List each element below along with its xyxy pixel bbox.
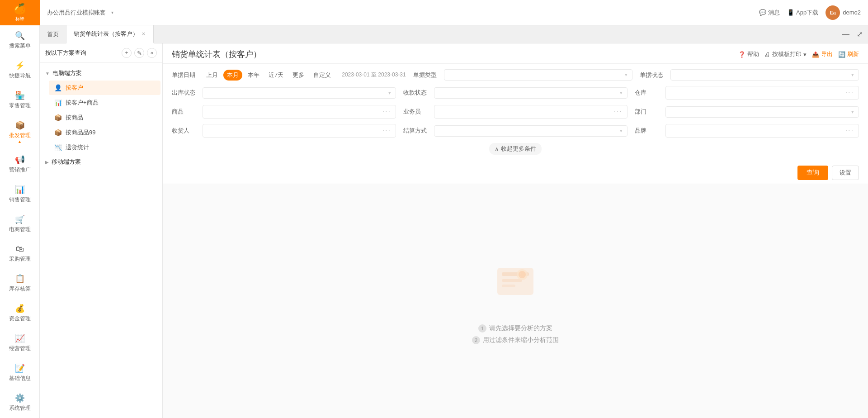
brand-field[interactable]: ··· [665, 124, 859, 138]
doc-type-field[interactable]: ▾ [444, 69, 632, 81]
doc-status-label: 单据状态 [640, 71, 667, 79]
date-btn-this-year[interactable]: 本年 [244, 70, 263, 81]
product-99-icon: 📦 [54, 129, 62, 136]
tree-group-mobile-header[interactable]: ▶ 移动端方案 [40, 155, 162, 169]
doc-type-dropdown-icon: ▾ [625, 72, 627, 78]
scheme-panel: 按以下方案查询 + ✎ « ▼ 电脑端方案 👤 按客户 [40, 43, 163, 418]
sidebar-item-marketing[interactable]: 📢 营销推广 [0, 149, 39, 179]
refresh-btn[interactable]: 🔄 刷新 [838, 50, 859, 58]
tip-2-text: 用过滤条件来缩小分析范围 [483, 336, 559, 344]
tree-group-desktop: ▼ 电脑端方案 👤 按客户 📊 按客户+商品 📦 [40, 66, 162, 155]
download-icon: 📱 [787, 9, 794, 16]
tab-close-icon[interactable]: × [141, 30, 146, 38]
right-panel: 销货单统计表（按客户） ❓ 帮助 🖨 按模板打印 ▾ 📤 导出 [163, 43, 868, 418]
tab-active[interactable]: 销货单统计表（按客户） × [66, 25, 154, 43]
user-profile[interactable]: Ea demo2 [826, 5, 861, 20]
app-download-btn[interactable]: 📱 App下载 [787, 9, 818, 17]
customer-product-icon: 📊 [54, 99, 62, 106]
export-btn[interactable]: 📤 导出 [812, 50, 833, 58]
collapse-btn[interactable]: ∧ 收起更多条件 [489, 143, 542, 155]
export-icon: 📤 [812, 51, 819, 58]
sidebar-item-inventory[interactable]: 📋 库存核算 [0, 268, 39, 298]
ecommerce-icon: 🛒 [15, 214, 25, 224]
date-btn-this-month[interactable]: 本月 [223, 70, 242, 81]
date-filter-group: 单据日期 上月 本月 本年 近7天 更多 自定义 2023-03-01 至 20… [172, 70, 406, 81]
app-title-dropdown-icon[interactable]: ▾ [111, 10, 113, 15]
minimize-tab-icon[interactable]: — [840, 28, 851, 40]
logo-icon: 🍊 [14, 3, 26, 15]
ship-status-field[interactable]: ▾ [203, 87, 396, 99]
scheme-item-by-customer[interactable]: 👤 按客户 [49, 81, 160, 95]
sidebar-item-purchase[interactable]: 🛍 采购管理 [0, 239, 39, 268]
query-btn[interactable]: 查询 [797, 166, 828, 180]
finance-icon: 💰 [15, 304, 25, 314]
empty-state: ! 1 请先选择要分析的方案 2 用过滤条件来缩小分析范围 [163, 184, 868, 418]
date-btn-7days[interactable]: 近7天 [265, 70, 287, 81]
mobile-group-label: 移动端方案 [52, 158, 81, 166]
settlement-dropdown-icon: ▾ [620, 128, 623, 134]
doc-status-field[interactable]: ▾ [670, 69, 859, 81]
tree-group-desktop-header[interactable]: ▼ 电脑端方案 [40, 66, 162, 80]
tree-group-mobile: ▶ 移动端方案 [40, 155, 162, 169]
refresh-icon: 🔄 [838, 51, 845, 58]
basic-icon: 📝 [15, 363, 25, 373]
date-filter: 上月 本月 本年 近7天 更多 自定义 [203, 70, 335, 81]
warehouse-label: 仓库 [635, 89, 662, 97]
scheme-add-btn[interactable]: + [122, 48, 132, 58]
date-btn-more[interactable]: 更多 [289, 70, 308, 81]
pay-status-field[interactable]: ▾ [434, 87, 627, 99]
scheme-item-by-customer-product[interactable]: 📊 按客户+商品 [49, 95, 160, 110]
page-title-bar: 销货单统计表（按客户） ❓ 帮助 🖨 按模板打印 ▾ 📤 导出 [163, 43, 868, 64]
settlement-field[interactable]: ▾ [434, 125, 627, 137]
print-dropdown-icon: ▾ [803, 51, 807, 58]
ship-dropdown-icon: ▾ [388, 90, 391, 96]
scheme-edit-btn[interactable]: ✎ [134, 48, 144, 58]
product-filter: 商品 ··· [172, 105, 396, 119]
tab-home[interactable]: 首页 [40, 25, 66, 43]
sidebar-item-quick-nav[interactable]: ⚡ 快捷导航 [0, 55, 39, 85]
sidebar-item-finance[interactable]: 💰 资金管理 [0, 298, 39, 328]
sidebar-menu: 🔍 搜索菜单 ⚡ 快捷导航 🏪 零售管理 📦 批发管理 ▲ 📢 营销推广 📊 销… [0, 25, 39, 418]
doc-status-filter: 单据状态 ▾ [640, 69, 859, 81]
top-bar: 办公用品行业模拟账套 ▾ 💬 消息 📱 App下载 Ea demo2 [40, 0, 868, 25]
ship-status-filter: 出库状态 ▾ [172, 86, 396, 100]
help-btn[interactable]: ❓ 帮助 [738, 50, 759, 58]
pay-status-label: 收款状态 [403, 89, 430, 97]
warehouse-dots: ··· [845, 89, 854, 97]
setting-btn[interactable]: 设置 [832, 166, 859, 180]
scheme-item-by-product-99[interactable]: 📦 按商品品99 [49, 125, 160, 140]
print-btn[interactable]: 🖨 按模板打印 ▾ [764, 50, 807, 58]
scheme-item-by-product[interactable]: 📦 按商品 [49, 110, 160, 125]
brand-label: 品牌 [635, 127, 662, 135]
message-btn[interactable]: 💬 消息 [759, 9, 780, 17]
date-btn-custom[interactable]: 自定义 [310, 70, 335, 81]
date-btn-last-month[interactable]: 上月 [203, 70, 222, 81]
product-dots: ··· [382, 108, 391, 116]
collapse-row: ∧ 收起更多条件 [172, 141, 859, 157]
tab-bar: 首页 销货单统计表（按客户） × — ⤢ [40, 25, 868, 43]
scheme-item-return-stats[interactable]: 📉 退货统计 [49, 140, 160, 155]
sidebar-item-operations[interactable]: 📈 经营管理 [0, 328, 39, 358]
sidebar-item-retail[interactable]: 🏪 零售管理 [0, 85, 39, 115]
department-field[interactable]: ▾ [665, 106, 859, 118]
maximize-tab-icon[interactable]: ⤢ [855, 28, 864, 40]
sidebar-item-wholesale[interactable]: 📦 批发管理 ▲ [0, 115, 39, 149]
salesperson-field[interactable]: ··· [434, 105, 627, 119]
consignee-field[interactable]: ··· [203, 124, 396, 138]
app-title: 办公用品行业模拟账套 [47, 9, 106, 17]
sidebar-item-search[interactable]: 🔍 搜索菜单 [0, 25, 39, 55]
sidebar-item-sales[interactable]: 📊 销售管理 [0, 179, 39, 209]
sidebar-item-ecommerce[interactable]: 🛒 电商管理 [0, 209, 39, 239]
consignee-filter: 收货人 ··· [172, 124, 396, 138]
sidebar-item-system[interactable]: ⚙️ 系统管理 [0, 388, 39, 418]
date-range-display: 2023-03-01 至 2023-03-31 [342, 71, 406, 79]
logo[interactable]: 🍊 标蜂 [0, 0, 40, 25]
help-icon: ❓ [738, 51, 745, 58]
warehouse-field[interactable]: ··· [665, 86, 859, 100]
sidebar-item-basic[interactable]: 📝 基础信息 [0, 358, 39, 388]
purchase-icon: 🛍 [16, 244, 24, 254]
svg-text:!: ! [520, 273, 522, 278]
scheme-collapse-btn[interactable]: « [147, 48, 157, 58]
scheme-actions: + ✎ « [122, 48, 157, 58]
product-field[interactable]: ··· [203, 105, 396, 119]
